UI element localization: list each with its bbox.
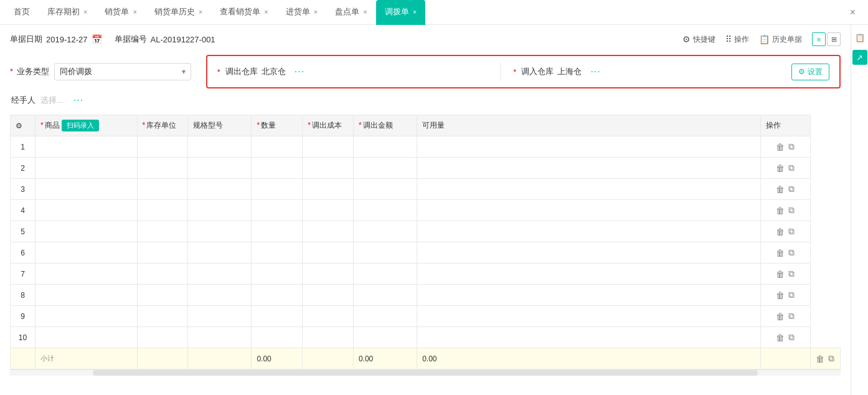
history-action[interactable]: 📋 历史单据 xyxy=(759,34,802,45)
row-cost-3[interactable] xyxy=(303,179,354,200)
subtotal-copy-icon[interactable]: ⧉ xyxy=(828,353,834,364)
row-amount-2[interactable] xyxy=(353,158,417,179)
delete-row-8-icon[interactable]: 🗑 xyxy=(776,290,785,300)
layout-list-icon[interactable]: ≡ xyxy=(812,32,826,46)
row-unit-4[interactable] xyxy=(137,200,188,221)
row-unit-2[interactable] xyxy=(137,158,188,179)
delete-row-10-icon[interactable]: 🗑 xyxy=(776,333,785,343)
copy-row-4-icon[interactable]: ⧉ xyxy=(788,205,795,216)
row-unit-3[interactable] xyxy=(137,179,188,200)
row-quantity-1[interactable] xyxy=(252,136,303,158)
row-available-3[interactable] xyxy=(417,179,761,200)
row-unit-1[interactable] xyxy=(137,136,188,158)
tab-home[interactable]: 首页 xyxy=(5,0,39,25)
row-spec-4[interactable] xyxy=(188,200,252,221)
close-view-sales[interactable]: × xyxy=(264,8,268,16)
row-cost-10[interactable] xyxy=(303,327,354,348)
setting-button[interactable]: ⚙ 设置 xyxy=(791,64,829,80)
row-spec-7[interactable] xyxy=(188,264,252,285)
tab-purchase-order[interactable]: 进货单 × xyxy=(277,0,326,25)
row-spec-9[interactable] xyxy=(188,306,252,327)
row-quantity-7[interactable] xyxy=(252,264,303,285)
row-product-2[interactable] xyxy=(35,158,138,179)
tab-sales-order[interactable]: 销货单 × xyxy=(96,0,145,25)
close-transfer-order[interactable]: × xyxy=(413,8,417,16)
copy-row-1-icon[interactable]: ⧉ xyxy=(788,141,795,152)
row-amount-8[interactable] xyxy=(353,285,417,306)
copy-row-10-icon[interactable]: ⧉ xyxy=(788,332,795,343)
sidebar-export-icon[interactable]: ↗ xyxy=(852,50,867,65)
bottom-scrollbar[interactable] xyxy=(10,369,841,376)
close-purchase-order[interactable]: × xyxy=(314,8,318,16)
row-unit-7[interactable] xyxy=(137,264,188,285)
row-available-2[interactable] xyxy=(417,158,761,179)
row-unit-10[interactable] xyxy=(137,327,188,348)
sidebar-note-icon[interactable]: 📋 xyxy=(852,30,867,45)
shortcut-action[interactable]: ⚙ 快捷键 xyxy=(682,34,715,45)
row-available-8[interactable] xyxy=(417,285,761,306)
row-product-3[interactable] xyxy=(35,179,138,200)
row-product-9[interactable] xyxy=(35,306,138,327)
tab-transfer-order[interactable]: 调拨单 × xyxy=(376,0,425,25)
row-available-5[interactable] xyxy=(417,221,761,242)
row-cost-4[interactable] xyxy=(303,200,354,221)
row-spec-6[interactable] xyxy=(188,242,252,264)
row-product-8[interactable] xyxy=(35,285,138,306)
row-quantity-9[interactable] xyxy=(252,306,303,327)
row-available-4[interactable] xyxy=(417,200,761,221)
row-spec-1[interactable] xyxy=(188,136,252,158)
delete-row-9-icon[interactable]: 🗑 xyxy=(776,312,785,321)
delete-row-7-icon[interactable]: 🗑 xyxy=(776,269,785,279)
row-spec-2[interactable] xyxy=(188,158,252,179)
close-sales-history[interactable]: × xyxy=(199,8,202,16)
row-product-10[interactable] xyxy=(35,327,138,348)
delete-row-4-icon[interactable]: 🗑 xyxy=(776,206,785,216)
row-product-1[interactable] xyxy=(35,136,138,158)
row-spec-10[interactable] xyxy=(188,327,252,348)
close-inventory-check[interactable]: × xyxy=(363,8,367,16)
out-warehouse-more-btn[interactable]: ··· xyxy=(295,66,304,77)
row-cost-1[interactable] xyxy=(303,136,354,158)
row-cost-8[interactable] xyxy=(303,285,354,306)
row-unit-6[interactable] xyxy=(137,242,188,264)
row-available-10[interactable] xyxy=(417,327,761,348)
delete-row-2-icon[interactable]: 🗑 xyxy=(776,163,785,173)
row-quantity-8[interactable] xyxy=(252,285,303,306)
tab-inventory-init[interactable]: 库存期初 × xyxy=(39,0,96,25)
row-amount-7[interactable] xyxy=(353,264,417,285)
in-warehouse-more-btn[interactable]: ··· xyxy=(590,66,600,77)
row-available-7[interactable] xyxy=(417,264,761,285)
row-cost-6[interactable] xyxy=(303,242,354,264)
person-more-btn[interactable]: ··· xyxy=(73,95,83,106)
tab-inventory-check[interactable]: 盘点单 × xyxy=(326,0,375,25)
row-quantity-4[interactable] xyxy=(252,200,303,221)
close-sales-order[interactable]: × xyxy=(133,8,136,16)
tab-sales-history[interactable]: 销货单历史 × xyxy=(146,0,211,25)
row-unit-5[interactable] xyxy=(137,221,188,242)
copy-row-8-icon[interactable]: ⧉ xyxy=(788,290,795,300)
layout-grid-icon[interactable]: ⊞ xyxy=(827,32,841,46)
row-cost-7[interactable] xyxy=(303,264,354,285)
row-cost-9[interactable] xyxy=(303,306,354,327)
scan-entry-button[interactable]: 扫码录入 xyxy=(62,120,99,131)
row-amount-1[interactable] xyxy=(353,136,417,158)
tab-view-sales[interactable]: 查看销货单 × xyxy=(211,0,276,25)
row-product-6[interactable] xyxy=(35,242,138,264)
copy-row-2-icon[interactable]: ⧉ xyxy=(788,163,795,173)
copy-row-3-icon[interactable]: ⧉ xyxy=(788,184,795,194)
row-amount-9[interactable] xyxy=(353,306,417,327)
row-amount-6[interactable] xyxy=(353,242,417,264)
row-available-1[interactable] xyxy=(417,136,761,158)
row-product-5[interactable] xyxy=(35,221,138,242)
delete-row-3-icon[interactable]: 🗑 xyxy=(776,184,785,194)
subtotal-delete-icon[interactable]: 🗑 xyxy=(816,354,824,364)
row-available-9[interactable] xyxy=(417,306,761,327)
row-unit-9[interactable] xyxy=(137,306,188,327)
business-type-select[interactable]: 同价调拨 ▾ xyxy=(54,63,191,80)
calendar-icon[interactable]: 📅 xyxy=(92,34,102,44)
row-cost-2[interactable] xyxy=(303,158,354,179)
row-amount-5[interactable] xyxy=(353,221,417,242)
copy-row-7-icon[interactable]: ⧉ xyxy=(788,269,795,279)
row-quantity-5[interactable] xyxy=(252,221,303,242)
copy-row-5-icon[interactable]: ⧉ xyxy=(788,226,795,237)
